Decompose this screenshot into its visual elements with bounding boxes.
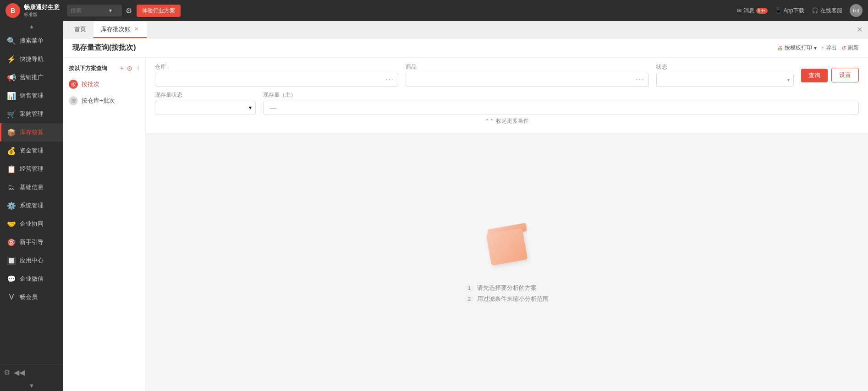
app-logo: B: [5, 3, 20, 18]
warehouse-dots: ···: [385, 76, 394, 84]
settings-gear-icon[interactable]: ⚙: [126, 6, 132, 15]
user-profile-btn[interactable]: Rit: [850, 4, 863, 17]
sidebar-settings-btn[interactable]: ⚙: [4, 368, 10, 377]
sidebar-item-system[interactable]: ⚙️ 系统管理: [0, 196, 63, 215]
warehouse-input[interactable]: ···: [155, 73, 398, 87]
export-btn-label: 导出: [826, 44, 837, 52]
filter-collapse-btn[interactable]: 《: [134, 64, 140, 72]
status-input[interactable]: ▾: [656, 73, 794, 87]
filter-item-warehouse-batch[interactable]: 按 按仓库+批次: [63, 92, 145, 109]
search-area[interactable]: ▾: [67, 5, 122, 16]
hint-num-1: 1: [465, 284, 473, 292]
sidebar-icon-system: ⚙️: [7, 201, 16, 210]
tab-close-btn[interactable]: ✕: [133, 26, 139, 32]
app-download-btn[interactable]: 📱 App下载: [775, 7, 804, 15]
refresh-icon: ↺: [841, 45, 846, 51]
filter-panel-header: 按以下方案查询 ＋ ⊙ 《: [63, 62, 145, 76]
empty-hints: 1 请先选择要分析的方案 2 用过滤条件来缩小分析范围: [465, 284, 549, 303]
sidebar-item-purchase[interactable]: 🛒 采购管理: [0, 105, 63, 123]
print-btn[interactable]: 🖨 按模板打印 ▾: [777, 44, 817, 52]
sidebar-item-app-center[interactable]: 🔲 应用中心: [0, 251, 63, 270]
tab-bar: 首页 库存批次账 ✕ ✕: [63, 21, 868, 38]
goods-input[interactable]: ···: [406, 73, 649, 87]
hint-text-1: 请先选择要分析的方案: [477, 284, 537, 292]
sidebar-scroll-down[interactable]: ▼: [0, 380, 63, 391]
filter-item-icon-batch: 按: [69, 80, 78, 89]
quantity-dash: —: [270, 104, 276, 111]
inventory-status-select[interactable]: ▾: [155, 101, 256, 114]
sidebar-item-quick-nav[interactable]: ⚡ 快捷导航: [0, 50, 63, 68]
search-input[interactable]: [71, 7, 107, 14]
collapse-more-btn[interactable]: ⌃⌃ 收起更多条件: [155, 114, 859, 128]
search-dropdown-btn[interactable]: ▾: [107, 6, 114, 15]
message-icon: ✉: [737, 7, 742, 14]
sidebar-collapse-btn[interactable]: ◀◀: [14, 368, 25, 377]
sidebar-item-operations[interactable]: 📋 经营管理: [0, 160, 63, 178]
status-arrow-icon: ▾: [787, 77, 790, 82]
sidebar-item-inventory[interactable]: 📦 库存核算: [0, 123, 63, 141]
main-layout: ▲ 🔍 搜索菜单 ⚡ 快捷导航 📢 营销推广 📊 销售管理 🛒 采购管理 📦 库…: [0, 21, 868, 391]
goods-dots: ···: [636, 76, 645, 84]
empty-hint-2: 2 用过滤条件来缩小分析范围: [465, 295, 549, 303]
sidebar-scroll-up[interactable]: ▲: [0, 21, 63, 32]
filter-item-label-batch: 按批次: [82, 80, 99, 88]
messages-badge: 99+: [756, 8, 768, 14]
settings-button[interactable]: 设置: [831, 68, 859, 82]
refresh-btn-label: 刷新: [848, 44, 859, 52]
export-btn[interactable]: ↑ 导出: [821, 44, 837, 52]
goods-field: 商品 ···: [406, 63, 649, 87]
sidebar-label-wechat: 企业微信: [20, 275, 44, 283]
tab-bar-close-btn[interactable]: ✕: [855, 23, 864, 36]
sidebar-item-basic[interactable]: 🗂 基础信息: [0, 178, 63, 196]
topbar-right: ✉ 消息 99+ 📱 App下载 🎧 在线客服 Rit: [737, 4, 863, 17]
sidebar-item-sales[interactable]: 📊 销售管理: [0, 87, 63, 105]
company-info: 畅康通好生意 标准版: [24, 3, 60, 18]
empty-icon: [479, 222, 534, 277]
inventory-qty-input[interactable]: —: [263, 101, 859, 114]
sidebar-item-newbie[interactable]: 🎯 新手引导: [0, 233, 63, 251]
export-icon: ↑: [821, 45, 824, 51]
filter-item-label-warehouse-batch: 按仓库+批次: [82, 97, 115, 105]
status-field: 状态 ▾: [656, 63, 794, 87]
download-icon: 📱: [775, 7, 782, 14]
sidebar-label-inventory: 库存核算: [20, 128, 44, 136]
online-service-btn[interactable]: 🎧 在线客服: [812, 7, 842, 15]
sidebar-item-wechat[interactable]: 💬 企业微信: [0, 270, 63, 288]
avatar: Rit: [850, 4, 863, 17]
trial-btn[interactable]: 体验行业方案: [137, 5, 181, 17]
sidebar-label-app-center: 应用中心: [20, 256, 44, 265]
content-area: 首页 库存批次账 ✕ ✕ 现存量查询(按批次) 🖨 按模板打印 ▾ ↑ 导出: [63, 21, 868, 391]
sidebar-item-search-menu[interactable]: 🔍 搜索菜单: [0, 32, 63, 50]
sidebar-icon-marketing: 📢: [7, 73, 16, 82]
page-title: 现存量查询(按批次): [72, 43, 136, 53]
sidebar-icon-finance: 💰: [7, 146, 16, 155]
query-button[interactable]: 查询: [801, 69, 828, 82]
print-icon: 🖨: [777, 45, 783, 51]
box-shape: [486, 228, 528, 266]
app-download-label: App下载: [784, 7, 804, 15]
sidebar-item-finance[interactable]: 💰 资金管理: [0, 141, 63, 160]
messages-label: 消息: [743, 7, 754, 15]
tab-home[interactable]: 首页: [67, 22, 93, 38]
print-btn-label: 按模板打印: [785, 44, 812, 52]
inventory-status-arrow-icon: ▾: [249, 104, 252, 111]
warehouse-label: 仓库: [155, 63, 398, 71]
messages-btn[interactable]: ✉ 消息 99+: [737, 7, 768, 15]
add-filter-btn[interactable]: ＋: [119, 64, 125, 72]
sidebar-item-collab[interactable]: 🤝 企业协同: [0, 215, 63, 233]
refresh-btn[interactable]: ↺ 刷新: [841, 44, 859, 52]
sidebar-label-vip: 畅会员: [20, 293, 38, 301]
collapse-up-icon: ⌃⌃: [485, 118, 494, 125]
inventory-qty-field: 现存量（主） —: [263, 91, 859, 114]
print-dropdown-icon: ▾: [814, 45, 817, 51]
sidebar-icon-operations: 📋: [7, 164, 16, 174]
sidebar-label-search-menu: 搜索菜单: [20, 37, 44, 45]
filter-settings-btn[interactable]: ⊙: [127, 64, 132, 72]
sidebar-icon-sales: 📊: [7, 91, 16, 100]
filter-item-icon-warehouse-batch: 按: [69, 96, 78, 105]
tab-batch-inventory[interactable]: 库存批次账 ✕: [93, 22, 147, 38]
sidebar-icon-purchase: 🛒: [7, 109, 16, 119]
sidebar-item-vip[interactable]: V 畅会员: [0, 288, 63, 306]
filter-item-batch[interactable]: 按 按批次: [63, 76, 145, 92]
sidebar-item-marketing[interactable]: 📢 营销推广: [0, 68, 63, 87]
